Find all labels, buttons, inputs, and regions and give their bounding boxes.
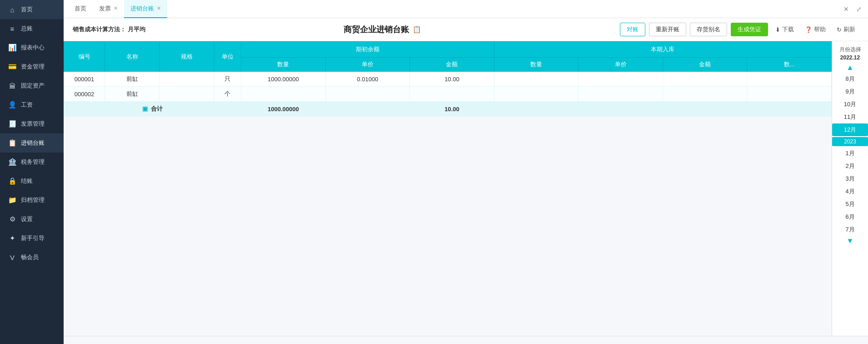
reports-icon: 📊 xyxy=(8,44,16,52)
sidebar-item-home[interactable]: ⌂ 首页 xyxy=(0,0,64,19)
sidebar-item-tax[interactable]: 🏦 税务管理 xyxy=(0,152,64,172)
month-item-7[interactable]: 7月 xyxy=(832,223,868,236)
sidebar-item-guide[interactable]: ✦ 新手引导 xyxy=(0,229,64,248)
archive-icon: 📁 xyxy=(8,196,16,204)
month-selector-title: 月份选择 xyxy=(839,44,861,54)
cell-id: 000002 xyxy=(64,87,105,102)
total-in-price xyxy=(579,102,663,117)
th-in-price: 单价 xyxy=(579,58,663,72)
th-init-balance: 期初余额 xyxy=(241,42,494,58)
cell-spec xyxy=(160,87,214,102)
month-item-1[interactable]: 1月 xyxy=(832,147,868,160)
total-in-qty xyxy=(494,102,579,117)
refresh-icon: ↻ xyxy=(837,26,842,33)
tab-purchase-sale-close[interactable]: ✕ xyxy=(157,5,161,11)
month-item-10[interactable]: 10月 xyxy=(832,98,868,111)
sub-header: 销售成本计算方法： 月平均 商贸企业进销台账 📋 对账 重新开账 存货别名 生成… xyxy=(64,18,868,41)
bottom-scrollbar[interactable] xyxy=(64,336,868,344)
table-row: 000001 前缸 只 1000.00000 0.01000 10.00 xyxy=(64,72,832,87)
total-init-qty: 1000.00000 xyxy=(241,102,326,117)
help-icon: ❓ xyxy=(805,26,812,33)
month-item-9[interactable]: 9月 xyxy=(832,85,868,98)
reset-button[interactable]: 重新开账 xyxy=(649,23,686,36)
tab-purchase-sale[interactable]: 进销台账 ✕ xyxy=(124,0,167,18)
tab-bar: 首页 发票 ✕ 进销台账 ✕ ✕ ⤢ xyxy=(64,0,868,18)
th-id: 编号 xyxy=(64,42,105,72)
window-close-button[interactable]: ✕ xyxy=(842,4,851,15)
sidebar-item-assets[interactable]: 🏛 固定资产 xyxy=(0,76,64,95)
cell-init-price: 0.01000 xyxy=(325,72,410,87)
th-in-period: 本期入库 xyxy=(494,42,831,58)
cell-init-price xyxy=(325,87,410,102)
funds-icon: 💳 xyxy=(8,63,16,71)
cell-id: 000001 xyxy=(64,72,105,87)
sidebar-item-settings[interactable]: ⚙ 设置 xyxy=(0,210,64,229)
cell-extra xyxy=(747,87,832,102)
month-item-3[interactable]: 3月 xyxy=(832,172,868,185)
table-container: 编号 名称 规格 单位 期初余额 本期入库 数量 单价 金额 数量 xyxy=(64,41,868,336)
scroll-up-button[interactable]: ▲ xyxy=(847,63,854,73)
settings-icon: ⚙ xyxy=(8,215,16,223)
th-in-extra: 数... xyxy=(747,58,832,72)
month-item-11[interactable]: 11月 xyxy=(832,111,868,123)
month-selector: 月份选择 2022.12 ▲ 8月 9月 10月 11月 12月 2023 1月… xyxy=(832,41,868,336)
month-item-6[interactable]: 6月 xyxy=(832,211,868,223)
th-name: 名称 xyxy=(105,42,160,72)
tab-invoice-close[interactable]: ✕ xyxy=(114,5,118,11)
home-icon: ⌂ xyxy=(8,6,16,14)
sidebar-item-member[interactable]: V 畅会员 xyxy=(0,248,64,267)
cell-unit: 个 xyxy=(214,87,241,102)
month-item-2[interactable]: 2月 xyxy=(832,160,868,172)
help-button[interactable]: ❓ 帮助 xyxy=(801,23,829,36)
total-label: ▣ 合计 xyxy=(64,102,241,117)
total-row: ▣ 合计 1000.00000 10.00 xyxy=(64,102,832,117)
sidebar-item-invoice-mgmt[interactable]: 🧾 发票管理 xyxy=(0,114,64,133)
tab-invoice[interactable]: 发票 ✕ xyxy=(93,0,124,18)
table-wrapper: 编号 名称 规格 单位 期初余额 本期入库 数量 单价 金额 数量 xyxy=(64,41,832,336)
refresh-button[interactable]: ↻ 刷新 xyxy=(833,23,859,36)
data-table: 编号 名称 规格 单位 期初余额 本期入库 数量 单价 金额 数量 xyxy=(64,41,832,117)
table-row: 000002 前缸 个 xyxy=(64,87,832,102)
generate-button[interactable]: 生成凭证 xyxy=(731,23,768,36)
cell-in-price xyxy=(579,72,663,87)
month-item-4[interactable]: 4月 xyxy=(832,185,868,198)
cell-spec xyxy=(160,72,214,87)
sidebar-item-ledger[interactable]: ≡ 总账 xyxy=(0,19,64,38)
cell-in-qty xyxy=(494,87,579,102)
sidebar-item-salary[interactable]: 👤 工资 xyxy=(0,95,64,114)
sidebar-item-funds[interactable]: 💳 资金管理 xyxy=(0,57,64,76)
download-button[interactable]: ⬇ 下载 xyxy=(772,23,798,36)
cell-in-amount xyxy=(663,87,747,102)
scroll-down-button[interactable]: ▼ xyxy=(847,236,854,246)
window-maximize-button[interactable]: ⤢ xyxy=(854,4,863,15)
invoice-mgmt-icon: 🧾 xyxy=(8,120,16,128)
total-extra xyxy=(747,102,832,117)
th-unit: 单位 xyxy=(214,42,241,72)
sidebar-item-close[interactable]: 🔒 结账 xyxy=(0,172,64,191)
page-title: 商贸企业进销台账 📋 xyxy=(344,24,421,35)
th-in-qty: 数量 xyxy=(494,58,579,72)
ledger-icon: ≡ xyxy=(8,25,16,33)
title-info-icon[interactable]: 📋 xyxy=(413,25,421,34)
cell-init-amount: 10.00 xyxy=(410,72,494,87)
th-spec: 规格 xyxy=(160,42,214,72)
th-init-qty: 数量 xyxy=(241,58,326,72)
month-item-5[interactable]: 5月 xyxy=(832,198,868,211)
th-init-price: 单价 xyxy=(325,58,410,72)
total-init-price xyxy=(325,102,410,117)
sidebar-item-purchase-sale[interactable]: 📋 进销台账 xyxy=(0,133,64,152)
tab-home[interactable]: 首页 xyxy=(68,0,93,18)
cell-init-qty xyxy=(241,87,326,102)
th-in-amount: 金额 xyxy=(663,58,747,72)
month-item-12[interactable]: 12月 xyxy=(832,123,868,136)
save-alias-button[interactable]: 存货别名 xyxy=(690,23,727,36)
cell-unit: 只 xyxy=(214,72,241,87)
sidebar-item-reports[interactable]: 📊 报表中心 xyxy=(0,38,64,57)
cell-init-qty: 1000.00000 xyxy=(241,72,326,87)
sidebar-item-archive[interactable]: 📁 归档管理 xyxy=(0,191,64,210)
month-item-8[interactable]: 8月 xyxy=(832,73,868,85)
duizhang-button[interactable]: 对账 xyxy=(620,23,645,36)
cell-init-amount xyxy=(410,87,494,102)
total-init-amount: 10.00 xyxy=(410,102,494,117)
download-icon: ⬇ xyxy=(775,26,780,33)
